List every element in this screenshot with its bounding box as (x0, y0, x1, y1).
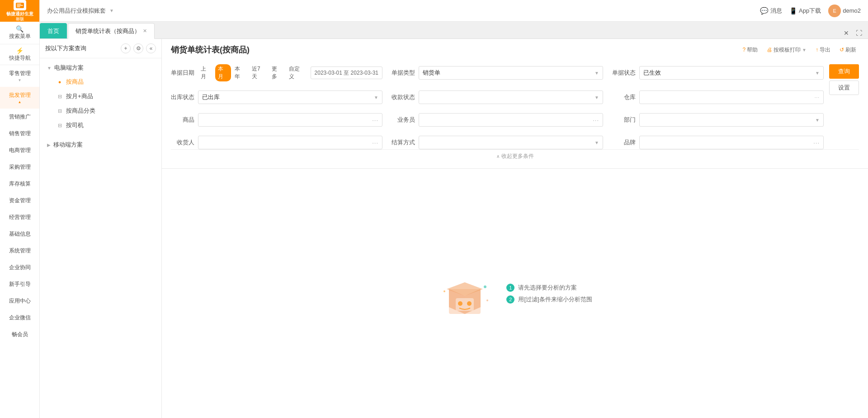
app-subtitle: 标版 (16, 17, 24, 22)
date-tab-this-month[interactable]: 本月 (215, 64, 231, 81)
date-tab-7days[interactable]: 近7天 (249, 64, 268, 81)
edit-scheme-btn[interactable]: ⚙ (133, 43, 143, 53)
scheme-icon-by-month-product: ⊟ (56, 93, 63, 100)
out-status-select[interactable]: 已出库 ▼ (198, 90, 382, 104)
date-group: 上月 本月 本年 近7天 更多 自定义 2023-03-01 至 2023-03… (198, 64, 382, 81)
sidebar-item-sales[interactable]: 销售管理 (0, 125, 39, 142)
add-scheme-btn[interactable]: + (121, 43, 131, 53)
tab-report[interactable]: 销货单统计表（按商品） ✕ (68, 23, 155, 39)
tip-1-text: 请先选择要分析的方案 (518, 284, 577, 292)
user-profile-btn[interactable]: E demo2 (828, 5, 861, 17)
message-btn[interactable]: 💬 消息 (760, 7, 782, 15)
tab-home-label: 首页 (47, 27, 59, 35)
payment-status-chevron: ▼ (594, 95, 599, 100)
main-area: 办公用品行业模拟账套 ▼ 💬 消息 📱 App下载 E demo2 首页 (40, 0, 868, 418)
sidebar-item-onboarding[interactable]: 新手引导 (0, 276, 39, 293)
sidebar-item-ecommerce[interactable]: 电商管理 (0, 142, 39, 159)
inventory-label: 库存核算 (9, 180, 31, 188)
brand-select[interactable]: ··· (639, 136, 824, 149)
brand-label: 品牌 (612, 138, 639, 147)
search-menu-item[interactable]: 🔍 搜索菜单 (0, 22, 39, 44)
retail-arrow: ▼ (18, 78, 22, 82)
date-range-input[interactable]: 2023-03-01 至 2023-03-31 (311, 66, 382, 79)
date-tab-last-month[interactable]: 上月 (198, 64, 214, 81)
out-status-value: 已出库 (202, 93, 374, 101)
help-btn[interactable]: ? 帮助 (740, 45, 760, 55)
collapse-panel-icon: « (150, 45, 153, 52)
settlement-chevron: ▼ (594, 140, 599, 145)
payment-status-select[interactable]: ▼ (419, 90, 603, 104)
settlement-select[interactable]: ▼ (419, 136, 603, 149)
finance-label: 资金管理 (9, 197, 31, 204)
collapse-panel-btn[interactable]: « (146, 43, 156, 53)
scheme-category-desktop[interactable]: ▼ 电脑端方案 (40, 61, 161, 75)
warehouse-select[interactable]: ··· (639, 90, 824, 104)
scheme-item-by-product[interactable]: ● 按商品 (40, 75, 161, 89)
sidebar-item-finance[interactable]: 资金管理 (0, 192, 39, 209)
doc-status-select[interactable]: 已生效 ▼ (639, 66, 824, 80)
system-label: 系统管理 (9, 247, 31, 255)
salesperson-dots: ··· (593, 117, 599, 124)
sidebar-item-enterprise[interactable]: 企业协同 (0, 259, 39, 276)
tab-home[interactable]: 首页 (40, 23, 67, 38)
tab-report-close[interactable]: ✕ (143, 28, 147, 34)
department-chevron: ▼ (815, 118, 820, 123)
settings-button[interactable]: 设置 (829, 81, 859, 95)
tab-close-btn[interactable]: ✕ (841, 28, 852, 38)
app-download-btn[interactable]: 📱 App下载 (789, 7, 821, 15)
scheme-item-by-month-product[interactable]: ⊟ 按月+商品 (40, 89, 161, 104)
sidebar-item-marketing[interactable]: 营销推广 (0, 109, 39, 125)
tab-bar: 首页 销货单统计表（按商品） ✕ ✕ ⛶ (40, 22, 868, 39)
message-label: 消息 (770, 7, 782, 15)
filter-field-settlement: 结算方式 ▼ (392, 136, 603, 149)
empty-tip-2: 2 用[过滤]条件来缩小分析范围 (506, 295, 592, 304)
sidebar-item-inventory[interactable]: 库存核算 (0, 176, 39, 192)
sidebar-item-apps[interactable]: 应用中心 (0, 293, 39, 309)
scheme-category-mobile[interactable]: ▶ 移动端方案 (40, 138, 161, 152)
out-status-label: 出库状态 (171, 93, 198, 101)
scheme-item-by-driver[interactable]: ⊟ 按司机 (40, 118, 161, 133)
export-btn[interactable]: ↑ 导出 (813, 45, 833, 55)
salesperson-select[interactable]: ··· (419, 113, 603, 127)
doc-status-chevron: ▼ (815, 71, 820, 76)
empty-state: 1 请先选择要分析的方案 2 用[过滤]条件来缩小分析范围 (162, 169, 868, 418)
template-print-btn[interactable]: 🖨 按模板打印 ▼ (764, 45, 809, 55)
sidebar-item-retail[interactable]: 零售管理 ▼ (0, 65, 39, 87)
date-tab-more[interactable]: 更多 (269, 64, 285, 81)
collapse-more-btn[interactable]: ∧ 收起更多条件 (171, 149, 859, 163)
help-label: 帮助 (747, 46, 758, 54)
filter-field-doc-type: 单据类型 销货单 ▼ (392, 66, 603, 80)
doc-status-label: 单据状态 (612, 69, 639, 77)
filter-field-doc-status: 单据状态 已生效 ▼ (612, 66, 824, 80)
sidebar-item-wholesale[interactable]: 批发管理 ▲ (0, 87, 39, 109)
filter-field-department: 部门 ▼ (612, 113, 824, 127)
industry-dropdown-icon[interactable]: ▼ (109, 8, 114, 13)
product-select[interactable]: ··· (198, 113, 382, 127)
doc-type-select[interactable]: 销货单 ▼ (419, 66, 603, 80)
sidebar-item-basics[interactable]: 基础信息 (0, 226, 39, 242)
category-arrow-desktop: ▼ (47, 66, 52, 71)
sidebar-item-operations[interactable]: 经营管理 (0, 209, 39, 226)
department-select[interactable]: ▼ (639, 113, 824, 127)
sidebar-item-purchase[interactable]: 采购管理 (0, 159, 39, 176)
tab-expand-btn[interactable]: ⛶ (854, 28, 864, 38)
date-tab-custom[interactable]: 自定义 (286, 64, 308, 81)
tip-2-circle: 2 (506, 295, 514, 304)
empty-tip-1: 1 请先选择要分析的方案 (506, 284, 592, 292)
export-icon: ↑ (816, 47, 818, 53)
refresh-btn[interactable]: ↺ 刷新 (837, 45, 859, 55)
sidebar-item-wechat[interactable]: 企业微信 (0, 309, 39, 326)
sidebar-item-members[interactable]: 畅会员 (0, 326, 39, 343)
search-label: 搜索菜单 (3, 33, 37, 40)
receiver-select[interactable]: ··· (198, 136, 382, 149)
query-button[interactable]: 查询 (829, 64, 859, 79)
collapse-arrow: ∧ (496, 154, 500, 159)
receiver-dots: ··· (372, 139, 378, 146)
department-label: 部门 (612, 116, 639, 124)
logo-icon (14, 0, 26, 10)
quick-nav-item[interactable]: ⚡ 快捷导航 (0, 44, 39, 65)
doc-type-label: 单据类型 (392, 69, 419, 77)
date-tab-this-year[interactable]: 本年 (232, 64, 248, 81)
scheme-item-by-category[interactable]: ⊟ 按商品分类 (40, 104, 161, 118)
sidebar-item-system[interactable]: 系统管理 (0, 242, 39, 259)
